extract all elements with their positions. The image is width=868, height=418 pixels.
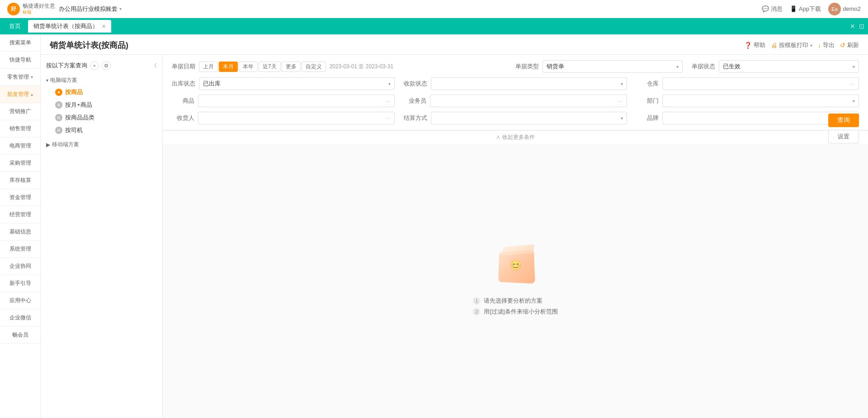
stock-status-value: 已出库: [203, 80, 221, 88]
warehouse-select[interactable]: ···: [662, 77, 859, 90]
receiver-control: ···: [198, 112, 395, 124]
by-printer-icon: ⊞: [55, 127, 62, 134]
sidebar-item-retail[interactable]: 零售管理 ▾: [0, 69, 40, 86]
goods-dots-icon[interactable]: ···: [386, 97, 391, 104]
collapse-sidebar-button[interactable]: 《: [151, 62, 157, 70]
tab-close-icon[interactable]: ✕: [102, 24, 106, 29]
department-select[interactable]: ▾: [662, 95, 859, 107]
collapse-conditions-button[interactable]: ∧ 收起更多条件: [163, 130, 868, 144]
sidebar-item-enterprise[interactable]: 企业协同: [0, 258, 40, 275]
scheme-item-by-goods[interactable]: ● 按商品: [41, 86, 162, 99]
export-button[interactable]: ↓ 导出: [818, 41, 835, 49]
add-scheme-button[interactable]: +: [90, 61, 99, 70]
message-button[interactable]: 💬 消息: [762, 5, 783, 13]
sidebar-item-wholesale[interactable]: 批发管理 ▴: [0, 86, 40, 103]
help-button[interactable]: ❓ 帮助: [744, 41, 765, 49]
sidebar-item-sales[interactable]: 销售管理: [0, 120, 40, 138]
query-button[interactable]: 查询: [828, 114, 859, 127]
date-btn-last-7-days[interactable]: 近7天: [259, 62, 281, 72]
date-btn-this-year[interactable]: 本年: [239, 62, 258, 72]
settlement-control: ▾: [431, 112, 627, 124]
stock-status-select[interactable]: 已出库 ▾: [199, 77, 395, 90]
app-icon: 📱: [790, 5, 797, 12]
pay-status-select[interactable]: ▾: [431, 77, 627, 90]
warehouse-control: ···: [662, 77, 859, 90]
brand-label: 品牌: [636, 114, 659, 122]
settlement-select[interactable]: ▾: [431, 112, 627, 124]
empty-icon: [493, 246, 538, 291]
empty-cube-graphic: [498, 250, 535, 284]
by-goods-icon: ●: [55, 89, 62, 96]
sidebar-item-purchase[interactable]: 采购管理: [0, 155, 40, 172]
sidebar-item-inventory[interactable]: 库存核算: [0, 172, 40, 189]
print-button[interactable]: 🖨 按模板打印 ▾: [771, 41, 812, 49]
settings-scheme-button[interactable]: ⚙: [102, 61, 111, 70]
sidebar-item-newbie[interactable]: 新手引导: [0, 275, 40, 292]
filter-row-4: 收货人 ··· 结算方式: [172, 112, 859, 124]
content-panel: 销货单统计表(按商品) ❓ 帮助 🖨 按模板打印 ▾ ↓ 导出 ↺ 刷新: [41, 34, 868, 418]
salesman-dots-icon[interactable]: ···: [618, 97, 623, 104]
receiver-dots-icon[interactable]: ···: [386, 114, 391, 122]
filter-sidebar: 按以下方案查询 + ⚙ 《 ▾ 电脑端方案 ● 按商品 ⊞: [41, 55, 163, 418]
sidebar-item-marketing[interactable]: 营销推广: [0, 103, 40, 120]
receiver-select[interactable]: ···: [198, 112, 395, 124]
sidebar-item-appcenter[interactable]: 应用中心: [0, 292, 40, 309]
doc-type-select[interactable]: 销货单 ▾: [542, 60, 683, 73]
date-btn-last-month[interactable]: 上月: [199, 62, 218, 72]
stock-status-control: 已出库 ▾: [199, 77, 395, 90]
sidebar-item-quick-nav[interactable]: 快捷导航: [0, 52, 40, 69]
right-content: 单据日期 上月 本月 本年 近7天 更多 自定义 20: [163, 55, 868, 418]
settlement-arrow-icon: ▾: [621, 116, 623, 121]
empty-state: 1 请先选择要分析的方案 2 用[过滤]条件来缩小分析范围: [473, 246, 557, 316]
tab-report[interactable]: 销货单统计表（按商品） ✕: [28, 20, 111, 33]
sidebar-item-member[interactable]: 畅会员: [0, 327, 40, 344]
doc-type-value: 销货单: [547, 62, 564, 71]
help-icon: ❓: [744, 42, 752, 49]
warehouse-dots-icon[interactable]: ···: [849, 80, 855, 87]
sidebar-item-finance[interactable]: 资金管理: [0, 189, 40, 206]
sidebar-item-basic[interactable]: 基础信息: [0, 223, 40, 241]
stock-status-label: 出库状态: [172, 80, 195, 88]
wholesale-arrow-icon: ▴: [31, 92, 33, 97]
doc-status-value: 已生效: [723, 62, 741, 71]
date-btn-custom[interactable]: 自定义: [302, 62, 326, 72]
sidebar-item-operation[interactable]: 经营管理: [0, 206, 40, 223]
doc-type-control: 销货单 ▾: [542, 60, 683, 73]
pc-scheme-group: ▾ 电脑端方案 ● 按商品 ⊞ 按月+商品 ⊞ 按商品品类: [41, 73, 162, 138]
top-navbar: 好 畅捷通好生意 标版 办公用品行业模拟账套 ▾ 💬 消息 📱 App下载 Ea…: [0, 0, 868, 18]
app-download-button[interactable]: 📱 App下载: [790, 5, 821, 13]
tab-home[interactable]: 首页: [4, 20, 26, 33]
scheme-item-by-printer[interactable]: ⊞ 按司机: [41, 124, 162, 137]
tab-bar-right: ✕ ⊡: [850, 23, 864, 30]
date-btn-more[interactable]: 更多: [282, 62, 301, 72]
empty-hint-2: 2 用[过滤]条件来缩小分析范围: [473, 308, 557, 316]
doc-type-label: 单据类型: [515, 62, 539, 71]
scheme-item-by-month-goods[interactable]: ⊞ 按月+商品: [41, 99, 162, 111]
mobile-scheme-header[interactable]: ▶ 移动端方案: [41, 138, 162, 151]
message-icon: 💬: [762, 5, 769, 12]
user-area[interactable]: Ea demo2: [828, 3, 861, 15]
pay-status-arrow-icon: ▾: [621, 81, 623, 86]
settings-button[interactable]: 设置: [828, 130, 859, 143]
avatar: Ea: [828, 3, 841, 15]
pc-scheme-header[interactable]: ▾ 电脑端方案: [41, 75, 162, 86]
sidebar-item-ecommerce[interactable]: 电商管理: [0, 138, 40, 155]
sidebar-item-system[interactable]: 系统管理: [0, 241, 40, 258]
goods-select[interactable]: ···: [198, 95, 395, 107]
workspace-selector[interactable]: 办公用品行业模拟账套 ▾: [59, 5, 122, 13]
by-goods-category-icon: ⊞: [55, 114, 62, 121]
scheme-item-by-goods-category[interactable]: ⊞ 按商品品类: [41, 111, 162, 124]
date-btn-this-month[interactable]: 本月: [219, 62, 238, 72]
tab-bar: 首页 销货单统计表（按商品） ✕ ✕ ⊡: [0, 18, 868, 34]
sidebar-item-search-menu[interactable]: 搜索菜单: [0, 34, 40, 52]
maximize-icon[interactable]: ⊡: [859, 23, 864, 30]
page-header: 销货单统计表(按商品) ❓ 帮助 🖨 按模板打印 ▾ ↓ 导出 ↺ 刷新: [41, 34, 868, 55]
pc-arrow-icon: ▾: [46, 78, 48, 83]
logo-text: 畅捷通好生意 标版: [23, 3, 55, 14]
filter-row-1: 单据日期 上月 本月 本年 近7天 更多 自定义 20: [172, 60, 859, 73]
doc-status-select[interactable]: 已生效 ▾: [719, 60, 859, 73]
refresh-button[interactable]: ↺ 刷新: [840, 41, 859, 49]
sidebar-item-wechat[interactable]: 企业微信: [0, 309, 40, 327]
close-window-icon[interactable]: ✕: [850, 23, 855, 30]
salesman-select[interactable]: ···: [430, 95, 627, 107]
